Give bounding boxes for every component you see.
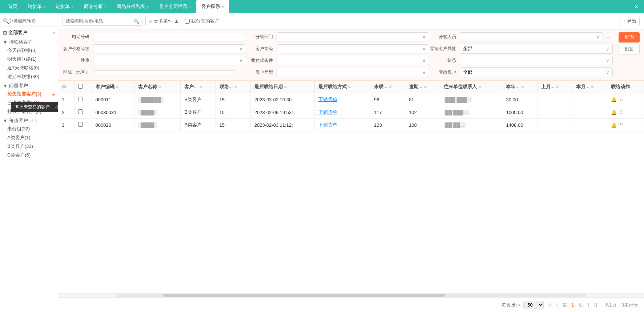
- sidebar-item-churn-warning[interactable]: 流失预警客户(3) ●: [0, 90, 58, 98]
- filter-select-nature[interactable]: ∨: [93, 56, 246, 65]
- first-page-button[interactable]: ⟨⟨: [547, 301, 553, 308]
- sidebar-item-class-b[interactable]: B类客户(33): [0, 142, 58, 151]
- my-customers-checkbox[interactable]: [185, 19, 190, 24]
- sort-icon: ⇅: [116, 85, 118, 89]
- last-page-button[interactable]: ⟩⟩: [592, 301, 599, 308]
- more-icon[interactable]: ···: [604, 34, 613, 40]
- edit-icon[interactable]: ✎: [34, 118, 38, 123]
- row-checkbox-cell[interactable]: [75, 119, 92, 131]
- close-icon[interactable]: ×: [71, 0, 73, 13]
- search-button[interactable]: 🔍: [133, 19, 139, 24]
- row-checkbox-cell[interactable]: [75, 106, 92, 119]
- nav-home[interactable]: 首页: [3, 0, 23, 13]
- close-icon[interactable]: ×: [43, 0, 45, 13]
- close-icon[interactable]: ×: [189, 0, 191, 13]
- action-contact-icon[interactable]: 🔔: [611, 97, 617, 102]
- col-checkbox-header[interactable]: [75, 81, 92, 93]
- col-type-header[interactable]: 客户... ⇅: [181, 81, 216, 93]
- col-last-date-header[interactable]: 最后联络日期 ⇅: [250, 81, 314, 93]
- sidebar-item-overdue-pending[interactable]: 逾期未联络(30): [0, 72, 58, 81]
- col-settings[interactable]: ⚙: [58, 81, 75, 93]
- filter-label-retail: 零散客户: [429, 69, 458, 76]
- horizontal-scrollbar[interactable]: [58, 293, 644, 297]
- row-last-method[interactable]: 下销货单: [314, 93, 370, 106]
- sidebar-section-problem[interactable]: ▼ 问题客户: [0, 81, 58, 90]
- sidebar-item-class-a[interactable]: A类客户(1): [0, 133, 58, 142]
- col-contact-header[interactable]: 联络... ⇅: [216, 81, 250, 93]
- sidebar-item-class-c[interactable]: C类客户(6): [0, 151, 58, 159]
- filter-select-status[interactable]: ∨: [460, 56, 613, 65]
- sort-icon: ⇅: [556, 85, 559, 89]
- close-icon[interactable]: ×: [104, 0, 106, 13]
- collapse-icon[interactable]: «: [52, 30, 55, 36]
- sidebar-item-declining[interactable]: 持续下滑客户(2): [0, 107, 58, 116]
- action-more-icon[interactable]: ⠿: [620, 122, 623, 128]
- close-icon[interactable]: ×: [146, 0, 149, 13]
- nav-customer-contact[interactable]: 客户联系 ×: [196, 0, 229, 13]
- row-checkbox-cell[interactable]: [75, 93, 92, 106]
- sidebar-section-value[interactable]: ▼ 价值客户 ↺ ✎: [0, 116, 58, 125]
- col-overdue-header[interactable]: 逾期... ⇅: [405, 81, 440, 93]
- row-checkbox[interactable]: [78, 122, 83, 127]
- col-this-month-header[interactable]: 本月... ⇅: [572, 81, 607, 93]
- more-icon[interactable]: ···: [238, 70, 246, 75]
- col-unit-contact-header[interactable]: 往来单位联系人 ⇅: [440, 81, 502, 93]
- col-unlink-header[interactable]: 未联... ⇅: [370, 81, 405, 93]
- window-close-button[interactable]: ×: [632, 3, 641, 10]
- col-last-month-header[interactable]: 上月... ⇅: [537, 81, 572, 93]
- filter-select-dept[interactable]: ∨: [277, 32, 430, 41]
- sidebar-item-7days-pending[interactable]: 近7天待联络(0): [0, 64, 58, 72]
- close-icon[interactable]: ×: [222, 0, 224, 13]
- filter-label-cust-type: 客户类型: [246, 69, 275, 76]
- action-more-icon[interactable]: ⠿: [620, 97, 623, 102]
- sidebar-all-customers[interactable]: ⊞ 全部客户 «: [0, 28, 58, 37]
- nav-product-analysis-list[interactable]: 商品分析列表 ×: [112, 0, 154, 13]
- action-more-icon[interactable]: ⠿: [620, 110, 623, 115]
- row-last-method[interactable]: 下销货单: [314, 119, 370, 131]
- more-conditions-button[interactable]: ▽ 更多条件 ▲: [145, 16, 182, 26]
- next-page-button[interactable]: ⟩: [586, 301, 591, 308]
- filter-select-manager[interactable]: ∨: [460, 32, 603, 41]
- action-contact-icon[interactable]: 🔔: [611, 110, 617, 115]
- scrollbar-thumb[interactable]: [163, 294, 445, 297]
- filter-select-price-grade[interactable]: ∨: [93, 44, 246, 53]
- select-all-checkbox[interactable]: [78, 84, 83, 89]
- row-checkbox[interactable]: [78, 109, 83, 114]
- export-button[interactable]: ↑ 导出: [620, 16, 640, 26]
- sidebar-item-tomorrow-pending[interactable]: 明天待联络(1): [0, 55, 58, 64]
- nav-customer-segment[interactable]: 客户分层经营 ×: [154, 0, 196, 13]
- search-input[interactable]: [66, 19, 133, 24]
- filter-select-payment[interactable]: ∨: [277, 56, 430, 65]
- col-name-header[interactable]: 客户名称 ⇅: [134, 81, 181, 93]
- sidebar-section-pending[interactable]: ▼ 待联络客户: [0, 37, 58, 46]
- sidebar-item-today-pending[interactable]: 今天待联络(0): [0, 46, 58, 55]
- row-last-method[interactable]: 下销货单: [314, 106, 370, 119]
- nav-sales[interactable]: 销货单 ×: [23, 0, 51, 13]
- col-this-year-header[interactable]: 本年... ⇅: [502, 81, 537, 93]
- sidebar-item-churned[interactable]: 已流失客户(24): [0, 98, 58, 107]
- sidebar-search-input[interactable]: [9, 19, 58, 24]
- query-button[interactable]: 查询: [619, 32, 640, 42]
- filter-select-cust-type[interactable]: ∨: [277, 68, 430, 77]
- filter-select-retail[interactable]: 全部 ∨: [460, 67, 613, 77]
- row-overdue: 102: [405, 106, 440, 119]
- col-code-header[interactable]: 客户编码 ⇅: [92, 81, 134, 93]
- filter-select-region[interactable]: [93, 70, 236, 74]
- filter-select-cust-grade[interactable]: ∨: [277, 44, 430, 53]
- prev-page-button[interactable]: ⟨: [555, 301, 559, 308]
- refresh-icon[interactable]: ↺: [29, 118, 33, 123]
- nav-product-analysis[interactable]: 商品分析 ×: [79, 0, 112, 13]
- settings-icon[interactable]: ⚙: [62, 84, 66, 90]
- filter-input-phone[interactable]: [93, 33, 246, 41]
- action-contact-icon[interactable]: 🔔: [611, 122, 617, 128]
- filter-select-retail-attr[interactable]: 全部 ∨: [460, 44, 613, 54]
- nav-purchase[interactable]: 进货单 ×: [51, 0, 79, 13]
- row-checkbox[interactable]: [78, 97, 83, 101]
- chevron-down-icon: ∨: [606, 46, 609, 52]
- col-last-method-header[interactable]: 最后联络方式 ⇅: [314, 81, 370, 93]
- sidebar-item-ungrouped[interactable]: 未分组(32): [0, 125, 58, 133]
- filter-label-dept: 分管部门: [246, 34, 275, 40]
- per-page-select[interactable]: 50 100: [523, 301, 544, 309]
- customer-table: ⚙ 客户编码 ⇅ 客户名称 ⇅: [58, 81, 644, 131]
- settings-button[interactable]: 设置: [619, 44, 640, 54]
